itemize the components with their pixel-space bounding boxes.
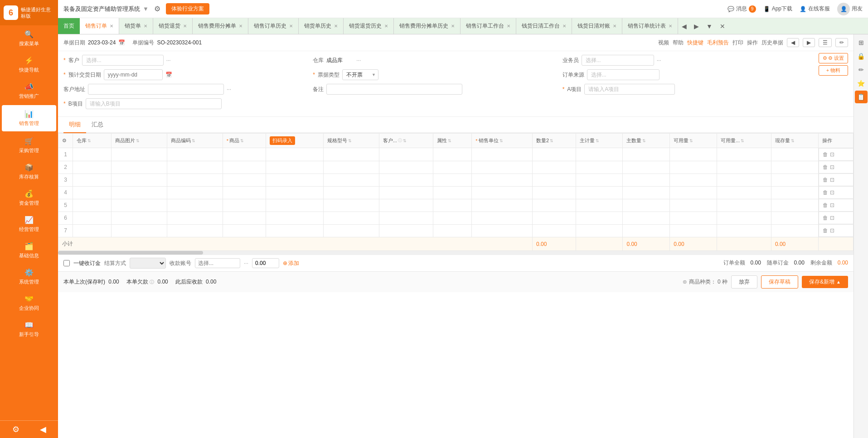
tab-menu-button[interactable]: ▼ [703, 18, 716, 34]
payment-method-select[interactable] [130, 258, 166, 269]
sort-icon[interactable]: ⇅ [550, 139, 553, 143]
sidebar-item-enterprise[interactable]: 🤝 企业协同 [0, 290, 58, 316]
tab-daily-reconcile[interactable]: 钱货日清对账 ✕ [572, 18, 622, 34]
address-input[interactable] [88, 84, 224, 95]
customer-more-button[interactable]: ··· [166, 57, 171, 63]
sort-icon[interactable]: ⇅ [596, 139, 599, 143]
tab-detail[interactable]: 明细 [63, 117, 86, 133]
row-copy-button[interactable]: ⊡ [830, 177, 834, 183]
tab-daily-workbench[interactable]: 钱货日清工作台 ✕ [516, 18, 572, 34]
quick-checkout-checkbox[interactable] [63, 260, 70, 266]
row-copy-button[interactable]: ⊡ [830, 164, 834, 170]
tab-expense-history[interactable]: 销售费用分摊单历史 ✕ [394, 18, 461, 34]
amount-input[interactable] [252, 258, 279, 268]
right-panel-grid-button[interactable]: ⊞ [855, 36, 868, 49]
tab-summary[interactable]: 汇总 [86, 117, 109, 133]
discard-button[interactable]: 放弃 [731, 275, 757, 289]
salesperson-input[interactable] [582, 55, 654, 66]
next-record-button[interactable]: ▶ [803, 38, 815, 47]
tab-home[interactable]: 首页 [58, 18, 80, 34]
sidebar-item-finance[interactable]: 💰 资金管理 [0, 185, 58, 211]
scroll-thumb[interactable] [58, 251, 203, 255]
tab-sales-order[interactable]: 销售订单 ✕ [80, 18, 119, 34]
table-scrollbar[interactable] [58, 251, 853, 255]
edit-button[interactable]: ✏ [835, 38, 848, 47]
table-settings-icon[interactable]: ⚙ [62, 138, 67, 143]
tab-close-icon[interactable]: ✕ [451, 24, 455, 29]
row-delete-button[interactable]: 🗑 [823, 177, 828, 183]
add-payment-button[interactable]: ⊕ 添加 [283, 260, 299, 267]
tab-close-icon[interactable]: ✕ [239, 24, 242, 29]
row-delete-button[interactable]: 🗑 [823, 189, 828, 196]
warehouse-more-button[interactable]: ··· [356, 57, 361, 63]
online-service-button[interactable]: 👤 在线客服 [800, 5, 830, 13]
system-selector[interactable]: 装备及固定资产辅助管理系统 ▼ [63, 5, 149, 13]
a-project-input[interactable] [584, 84, 675, 95]
row-copy-button[interactable]: ⊡ [830, 202, 834, 208]
save-draft-button[interactable]: 保存草稿 [761, 275, 798, 289]
tab-close-icon[interactable]: ✕ [613, 24, 616, 29]
list-view-button[interactable]: ☰ [819, 38, 832, 47]
sidebar-collapse-button[interactable]: ◀ [40, 424, 46, 434]
tab-close-icon[interactable]: ✕ [384, 24, 388, 29]
tab-close-icon[interactable]: ✕ [110, 24, 113, 29]
tab-workbench[interactable]: 销售订单工作台 ✕ [461, 18, 516, 34]
sidebar-item-sales[interactable]: 📊 销售管理 [2, 105, 56, 131]
row-copy-button[interactable]: ⊡ [830, 189, 834, 196]
scan-button[interactable]: 扫码录入 [270, 136, 295, 145]
sort-icon[interactable]: ⇅ [240, 139, 244, 143]
tab-close-icon[interactable]: ✕ [289, 24, 293, 29]
app-download-button[interactable]: 📱 App下载 [763, 5, 792, 13]
tab-close-icon[interactable]: ✕ [563, 24, 566, 29]
message-button[interactable]: 💬 消息 9 [727, 5, 756, 13]
operation-link[interactable]: 操作 [747, 39, 758, 47]
tab-close-icon[interactable]: ✕ [144, 24, 147, 29]
row-copy-button[interactable]: ⊡ [830, 151, 834, 158]
sidebar-item-system[interactable]: ⚙️ 系统管理 [0, 264, 58, 290]
order-source-input[interactable] [587, 69, 659, 80]
sidebar-item-base[interactable]: 🗂️ 基础信息 [0, 237, 58, 264]
tab-statistics[interactable]: 销售订单统计表 ✕ [622, 18, 678, 34]
remarks-input[interactable] [326, 84, 462, 95]
help-link[interactable]: 帮助 [673, 39, 684, 47]
row-delete-button[interactable]: 🗑 [823, 151, 828, 158]
account-input[interactable] [195, 258, 240, 268]
sort-icon[interactable]: ⇅ [448, 139, 451, 143]
sort-icon[interactable]: ⇅ [499, 139, 503, 143]
tab-next-button[interactable]: ▶ [690, 18, 703, 34]
sort-icon[interactable]: ⇅ [689, 139, 693, 143]
sidebar-item-search[interactable]: 🔍 搜索菜单 [0, 25, 58, 52]
right-panel-edit-button[interactable]: ✏ [855, 63, 868, 76]
sort-icon[interactable]: ⇅ [642, 139, 646, 143]
row-copy-button[interactable]: ⊡ [830, 215, 834, 221]
tab-close-all-button[interactable]: ✕ [716, 18, 729, 34]
salesperson-more-button[interactable]: ··· [657, 57, 661, 63]
add-material-button[interactable]: + 物料 [819, 65, 848, 76]
sort-icon[interactable]: ⇅ [403, 139, 407, 143]
sidebar-item-operations[interactable]: 📈 经营管理 [0, 211, 58, 237]
row-delete-button[interactable]: 🗑 [823, 215, 828, 221]
tab-prev-button[interactable]: ◀ [678, 18, 690, 34]
right-panel-lock-button[interactable]: 🔒 [855, 50, 868, 63]
profit-link[interactable]: 毛利预告 [707, 39, 729, 47]
print-link[interactable]: 打印 [732, 39, 743, 47]
sort-icon[interactable]: ⇅ [192, 139, 195, 143]
view-link[interactable]: 视频 [658, 39, 669, 47]
b-project-input[interactable] [86, 98, 222, 109]
tab-close-icon[interactable]: ✕ [669, 24, 672, 29]
tab-close-icon[interactable]: ✕ [334, 24, 338, 29]
customer-input[interactable] [82, 55, 164, 66]
tab-sales-invoice[interactable]: 销货单 ✕ [119, 18, 153, 34]
tab-return-history[interactable]: 销货退货历史 ✕ [344, 18, 394, 34]
sort-icon[interactable]: ⇅ [791, 139, 795, 143]
prev-record-button[interactable]: ◀ [787, 38, 799, 47]
sort-icon[interactable]: ⇅ [136, 139, 140, 143]
row-delete-button[interactable]: 🗑 [823, 227, 828, 234]
row-delete-button[interactable]: 🗑 [823, 202, 828, 208]
sidebar-item-inventory[interactable]: 📦 库存核算 [0, 159, 58, 185]
tab-close-icon[interactable]: ✕ [183, 24, 187, 29]
tab-close-icon[interactable]: ✕ [507, 24, 510, 29]
sort-icon[interactable]: ⇅ [87, 139, 91, 143]
sort-icon[interactable]: ⇅ [741, 139, 744, 143]
user-menu[interactable]: 👤 用友 [837, 3, 863, 15]
